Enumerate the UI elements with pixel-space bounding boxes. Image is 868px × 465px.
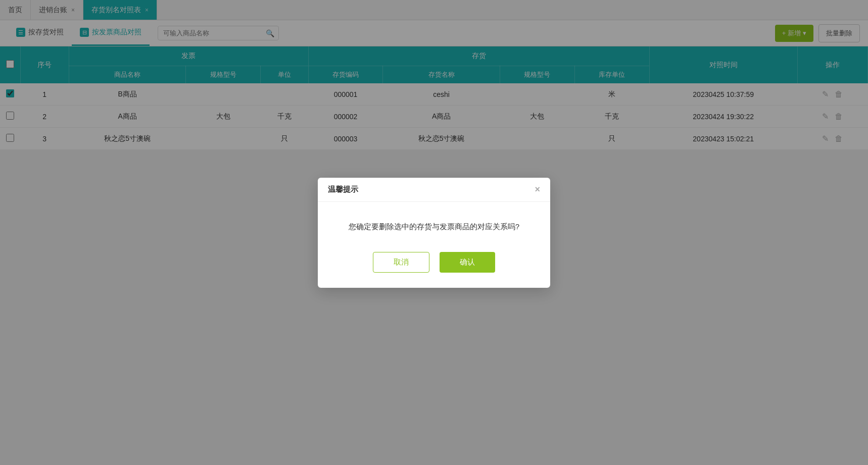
cancel-button[interactable]: 取消 xyxy=(373,252,429,273)
dialog-footer: 取消 确认 xyxy=(318,247,550,288)
dialog-title: 温馨提示 xyxy=(328,185,358,194)
modal-overlay: 温馨提示 × 您确定要删除选中的存货与发票商品的对应关系吗? 取消 确认 xyxy=(0,0,868,465)
dialog-message: 您确定要删除选中的存货与发票商品的对应关系吗? xyxy=(349,222,519,231)
dialog-body: 您确定要删除选中的存货与发票商品的对应关系吗? xyxy=(318,202,550,247)
confirm-label: 确认 xyxy=(460,257,475,266)
confirm-dialog: 温馨提示 × 您确定要删除选中的存货与发票商品的对应关系吗? 取消 确认 xyxy=(318,178,550,288)
confirm-button[interactable]: 确认 xyxy=(440,252,495,273)
dialog-close-button[interactable]: × xyxy=(535,185,540,194)
dialog-header: 温馨提示 × xyxy=(318,178,550,202)
cancel-label: 取消 xyxy=(394,257,409,266)
